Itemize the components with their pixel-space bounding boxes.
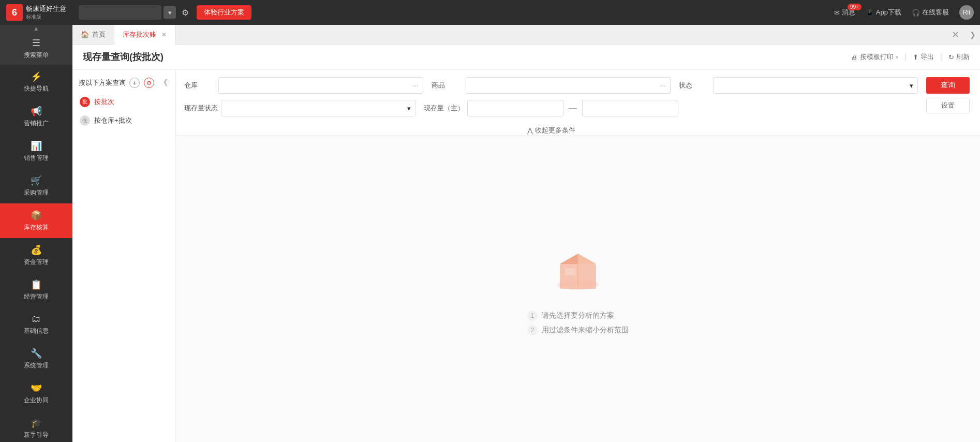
sidebar-item-purchase[interactable]: 🛒 采购管理	[0, 169, 72, 203]
user-menu[interactable]: Rit	[959, 5, 974, 20]
stock-amount-max-input[interactable]	[582, 100, 678, 116]
sidebar-item-label: 企业协同	[24, 396, 49, 405]
scheme-batch-icon: 批	[80, 97, 90, 107]
search-menu-icon: ☰	[32, 37, 40, 49]
sidebar-item-label: 库存核算	[24, 223, 49, 232]
stock-status-chevron: ▾	[407, 105, 411, 112]
sidebar-item-system[interactable]: 🔧 系统管理	[0, 342, 72, 376]
sidebar-item-label: 快捷导航	[24, 84, 49, 93]
scheme-by-batch[interactable]: 批 按批次	[72, 93, 175, 111]
close-panel-btn[interactable]: ✕	[945, 29, 966, 40]
sidebar-item-label: 营销推广	[24, 119, 49, 128]
sidebar-item-label: 系统管理	[24, 361, 49, 370]
results-area: 1 请先选择要分析的方案 2 用过滤条件来缩小分析范围	[176, 136, 980, 442]
search-input[interactable]	[79, 5, 161, 20]
export-icon: ⬆	[913, 53, 918, 61]
sidebar-item-finance[interactable]: 💰 资金管理	[0, 238, 72, 273]
product-input[interactable]	[466, 77, 671, 94]
home-icon: 🏠	[81, 31, 89, 38]
edition-label: 标准版	[26, 13, 60, 21]
search-area: ▾ ⚙	[79, 5, 192, 20]
sidebar-item-marketing[interactable]: 📢 营销推广	[0, 99, 72, 134]
sidebar-item-label: 基础信息	[24, 327, 49, 335]
refresh-icon: ↻	[948, 53, 954, 61]
export-btn[interactable]: ⬆ 导出	[913, 52, 934, 62]
headset-icon: 🎧	[912, 9, 920, 17]
sidebar-item-quick-nav[interactable]: ⚡ 快捷导航	[0, 65, 72, 99]
avatar: Rit	[959, 5, 974, 20]
collapse-bar[interactable]: ⋀ 收起更多条件	[184, 123, 918, 135]
scheme-warehouse-batch-icon: 仓	[80, 115, 90, 126]
status-filter: 状态 ▾	[679, 77, 918, 94]
online-service-btn[interactable]: 🎧 在线客服	[912, 8, 949, 17]
sidebar-item-search-menu[interactable]: ☰ 搜索菜单	[0, 32, 72, 65]
scheme-settings-icon: ⚙	[144, 78, 154, 88]
main-layout: ▲ ☰ 搜索菜单 ⚡ 快捷导航 📢 营销推广 📊 销售管理 🛒 采购管理 📦 库…	[0, 25, 980, 442]
sidebar-item-basic-info[interactable]: 🗂 基础信息	[0, 307, 72, 342]
experience-btn[interactable]: 体验行业方案	[197, 5, 251, 20]
sidebar-scroll-up[interactable]: ▲	[0, 25, 72, 32]
sales-icon: 📊	[31, 140, 42, 152]
query-btn[interactable]: 查询	[926, 77, 970, 94]
warehouse-more-btn[interactable]	[412, 81, 419, 90]
messages-badge: 99+	[848, 4, 862, 10]
right-content: 仓库 商品	[176, 70, 980, 442]
status-label: 状态	[679, 81, 710, 90]
page-title: 现存量查询(按批次)	[83, 51, 164, 63]
sidebar-item-inventory[interactable]: 📦 库存核算	[0, 203, 72, 238]
filter-action-wrapper: 仓库 商品	[176, 70, 980, 136]
refresh-btn[interactable]: ↻ 刷新	[948, 52, 970, 62]
page-header-actions: 🖨 按模板打印 ▾ | ⬆ 导出 | ↻ 刷新	[851, 52, 970, 62]
sidebar-item-label: 搜索菜单	[24, 51, 49, 60]
print-template-btn[interactable]: 🖨 按模板打印 ▾	[851, 52, 898, 62]
sidebar-item-label: 经营管理	[24, 292, 49, 301]
sidebar-item-enterprise[interactable]: 🤝 企业协同	[0, 376, 72, 411]
sidebar-item-label: 新手引导	[24, 431, 49, 439]
stock-status-filter: 现存量状态 ▾	[184, 100, 415, 116]
stock-status-select[interactable]: ▾	[221, 100, 415, 116]
sidebar-item-label: 资金管理	[24, 258, 49, 267]
messages-btn[interactable]: ✉ 消息 99+	[834, 8, 855, 17]
search-dropdown-btn[interactable]: ▾	[164, 6, 176, 19]
product-more-btn[interactable]	[660, 81, 666, 90]
step-num-2: 2	[527, 325, 538, 335]
company-name: 畅康通好生意	[26, 4, 66, 13]
product-label: 商品	[432, 81, 463, 90]
warehouse-input[interactable]	[218, 77, 423, 94]
left-panel-header: 按以下方案查询 + ⚙ 《	[72, 75, 175, 93]
scheme-warehouse-batch-label: 按仓库+批次	[94, 116, 132, 125]
add-scheme-btn[interactable]: +	[129, 77, 140, 89]
empty-step-2: 2 用过滤条件来缩小分析范围	[527, 325, 629, 335]
tab-inventory-batch[interactable]: 库存批次账 ✕	[114, 25, 175, 45]
print-icon: 🖨	[851, 53, 858, 61]
tab-close-btn[interactable]: ✕	[161, 31, 167, 38]
step-num-1: 1	[527, 311, 538, 321]
sidebar-item-operation[interactable]: 📋 经营管理	[0, 273, 72, 307]
scheme-by-warehouse-batch[interactable]: 仓 按仓库+批次	[72, 111, 175, 130]
purchase-icon: 🛒	[31, 175, 42, 186]
filter-row-1: 仓库 商品	[184, 77, 918, 94]
empty-illustration	[547, 238, 609, 300]
panel-collapse-btn[interactable]: 《	[158, 77, 169, 89]
status-dropdown[interactable]: ▾	[713, 77, 918, 94]
sidebar-item-label: 采购管理	[24, 188, 49, 197]
topbar-settings-btn[interactable]: ⚙	[178, 5, 192, 20]
filter-dash: —	[569, 104, 577, 113]
svg-rect-4	[565, 268, 575, 275]
expand-panel-btn[interactable]: ❯	[966, 31, 980, 39]
warehouse-filter: 仓库	[184, 77, 423, 94]
app-download-btn[interactable]: 📱 App下载	[866, 8, 901, 17]
settings-btn[interactable]: 设置	[926, 98, 970, 113]
tab-home[interactable]: 🏠 首页	[72, 25, 114, 45]
stock-amount-min-input[interactable]	[467, 100, 563, 116]
left-panel-header-actions: + ⚙ 《	[129, 77, 169, 89]
sidebar-item-sales[interactable]: 📊 销售管理	[0, 134, 72, 169]
scheme-batch-label: 按批次	[94, 97, 114, 107]
filter-row-2: 现存量状态 ▾ 现存量（主） —	[184, 100, 918, 116]
collapse-label: 收起更多条件	[535, 126, 575, 135]
sidebar-item-new-guide[interactable]: 🎓 新手引导	[0, 411, 72, 442]
system-icon: 🔧	[31, 348, 42, 359]
panel-collapse-icon: 《	[159, 78, 168, 89]
scheme-settings-btn[interactable]: ⚙	[143, 77, 155, 89]
enterprise-icon: 🤝	[31, 382, 42, 394]
